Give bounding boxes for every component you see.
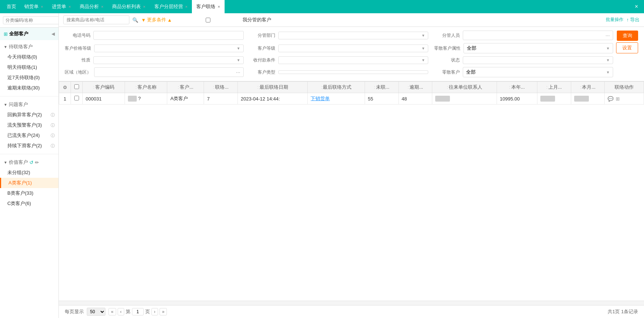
sidebar-value-title[interactable]: ▼ 价值客户 ↺ ✏ [0,157,58,167]
toolbar-search-icon[interactable]: 🔍 [132,17,138,23]
total-info: 共1页 1条记录 [608,308,638,315]
th-code: :客户编码 [83,82,125,93]
close-purchase-tab[interactable]: × [68,4,71,9]
sidebar-item-declining[interactable]: 持续下滑客户(2) ⓘ [0,141,58,151]
first-page-btn[interactable]: « [108,308,116,315]
filter-retail-attr-select[interactable]: 全部 ▼ [464,43,613,53]
row-last-method[interactable]: 下销货单 [308,93,365,105]
sidebar-collapse-icon[interactable]: ◀ [51,31,55,36]
filter-retail-select[interactable]: 全部 ▼ [463,67,613,77]
sidebar-item-churn-warning[interactable]: 流失预警客户(3) ⓘ [0,120,58,130]
sidebar-item-class-a[interactable]: A类客户(1) [0,178,58,188]
info-icon-declining[interactable]: ⓘ [51,143,55,149]
search-input[interactable] [63,15,129,24]
filter-phone-label: 电话号码 [65,32,90,39]
filter-person-label: 分管人员 [434,32,460,39]
info-icon-churned[interactable]: ⓘ [51,133,55,138]
close-customer-contact-tab[interactable]: × [218,4,220,9]
filter-customer-level-select[interactable]: ▼ [278,45,429,52]
my-customers-checkbox-label[interactable]: 我分管的客户 [175,17,271,23]
filter-price-level-select[interactable]: ▼ [94,45,244,52]
gear-icon[interactable]: ⚙ [63,85,67,90]
prev-page-btn[interactable]: ‹ [118,308,124,315]
sidebar-item-today[interactable]: 今天待联络(0) [0,52,58,62]
th-overdue: :逾期... [398,82,432,93]
sidebar-pending-title[interactable]: ▼ 待联络客户 [0,42,58,52]
th-not-contacted: :未联... [365,82,398,93]
filter-person-select[interactable]: ··· [463,31,613,40]
sidebar-all-customers[interactable]: ⊞ 全部客户 ◀ [0,28,58,40]
qr-icon[interactable]: ⊞ [616,96,620,102]
window-close-button[interactable]: × [632,3,641,10]
filter-more-btn[interactable]: ▼ 更多条件 ▲ [141,17,172,23]
page-size-select[interactable]: 50 100 200 [87,308,105,316]
sidebar-item-unclassified[interactable]: 未分组(32) [0,167,58,178]
page-number-input[interactable]: 1 [132,308,144,315]
filter-region-select[interactable]: ··· [94,67,244,77]
horizontal-scrollbar[interactable] [59,301,644,305]
my-customers-checkbox[interactable] [175,18,241,22]
select-all-checkbox[interactable] [74,84,79,89]
sidebar-divider-2 [0,154,58,154]
problem-arrow-icon: ▼ [4,103,7,107]
th-customer-type: :客户... [167,82,204,93]
retail-arrow-icon: ▼ [606,70,610,74]
th-last-contact-date: :最后联络日期 [238,82,308,93]
row-checkbox[interactable] [74,96,79,100]
last-method-link[interactable]: 下销货单 [311,96,330,101]
th-this-year: :本年... [497,82,537,93]
query-button[interactable]: 查询 [617,31,638,41]
home-tab[interactable]: 首页 [3,3,20,10]
tab-sales[interactable]: 销货单 × [20,0,47,13]
row-last-month [537,93,571,105]
close-analysis-tab[interactable]: × [101,4,103,9]
sidebar-item-tomorrow[interactable]: 明天待联络(1) [0,62,58,73]
region-dots-icon[interactable]: ··· [236,69,240,75]
batch-op-btn[interactable]: 批量操作 [606,17,623,23]
th-gear[interactable]: ⚙ [59,82,71,93]
sidebar-item-7days[interactable]: 近7天待联络(0) [0,73,58,83]
filter-payment-select[interactable]: ▼ [278,56,429,64]
person-dots-icon[interactable]: ··· [605,32,610,38]
sidebar-item-churned[interactable]: 已流失客户(24) ⓘ [0,130,58,141]
sidebar-problem-title[interactable]: ▼ 问题客户 [0,99,58,110]
row-contact-person [432,93,497,105]
top-nav: 首页 销货单 × 进货单 × 商品分析 × 商品分析列表 × 客户分层经营 × … [0,0,644,13]
sidebar-item-overdue[interactable]: 逾期未联络(30) [0,83,58,93]
filter-customer-type-select[interactable] [278,70,429,74]
close-customer-segment-tab[interactable]: × [185,4,187,9]
filter-phone-input[interactable] [93,31,244,40]
row-last-date: 2023-04-12 14:44: [238,93,308,105]
tab-analysis[interactable]: 商品分析 × [75,0,108,13]
tab-purchase[interactable]: 进货单 × [47,0,75,13]
export-btn[interactable]: ↑ 导出 [626,17,640,23]
tab-customer-contact[interactable]: 客户联络 × [192,0,224,13]
next-page-btn[interactable]: › [151,308,158,315]
payment-arrow-icon: ▼ [421,58,425,62]
close-analysis-list-tab[interactable]: × [143,4,145,9]
last-page-btn[interactable]: » [160,308,167,315]
sidebar-item-class-c[interactable]: C类客户(6) [0,198,58,209]
filter-actions: 查询 设置 [616,31,638,53]
filter-nature-select[interactable]: ▼ [93,56,244,64]
row-code: 000031 [83,93,125,105]
value-edit-icon[interactable]: ✏ [35,160,39,165]
sidebar-item-class-b[interactable]: B类客户(33) [0,188,58,198]
sidebar-item-abnormal[interactable]: 回购异常客户(2) ⓘ [0,110,58,120]
info-icon-abnormal[interactable]: ⓘ [51,112,55,118]
filter-status-select[interactable]: ▼ [463,56,613,64]
tab-customer-segment[interactable]: 客户分层经营 × [150,0,192,13]
th-last-month: :上月... [537,82,571,93]
table-row: 1 000031 ? A类客户 7 2023-04-12 14:44: [59,93,644,105]
info-icon-churn-warning[interactable]: ⓘ [51,123,55,128]
chat-icon[interactable]: 💬 [608,96,613,102]
value-refresh-icon[interactable]: ↺ [29,160,33,165]
filter-customer-type: 客户类型 [250,69,429,75]
tab-analysis-list[interactable]: 商品分析列表 × [108,0,150,13]
setting-button[interactable]: 设置 [616,42,638,53]
main-layout: 🔍 ⊞ 全部客户 ◀ ▼ 待联络客户 今天待联络(0) 明天待联络(1) 近7天… [0,13,644,318]
sidebar-search-input[interactable] [3,16,59,24]
customer-table: ⚙ :客户编码 :客户名称 :客户... :联络... :最后联络日期 :最后联… [59,81,644,105]
filter-dept-select[interactable]: ▼ [278,32,429,39]
close-sales-tab[interactable]: × [41,4,43,9]
